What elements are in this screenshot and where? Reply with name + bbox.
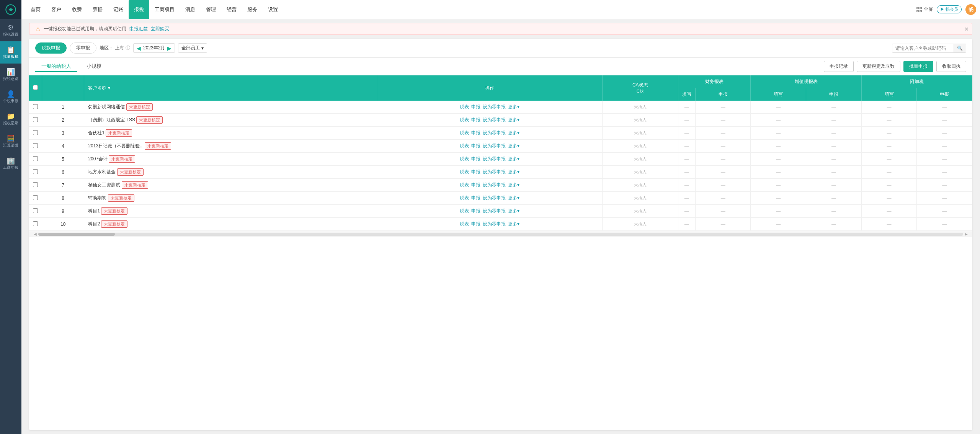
op-link[interactable]: 更多▾ [508, 117, 519, 122]
notice-close-button[interactable]: ✕ [964, 26, 969, 32]
op-link[interactable]: 申报 [471, 221, 480, 227]
nav-item-jizhang[interactable]: 记账 [108, 0, 129, 19]
svg-rect-4 [920, 10, 921, 12]
op-link[interactable]: 设为零申报 [483, 182, 506, 188]
select-all-checkbox[interactable] [33, 85, 38, 90]
scrollbar-thumb[interactable] [38, 233, 115, 236]
sidebar-item-piliangbaoshui[interactable]: 📋 批量报税 [0, 41, 21, 64]
row-checkbox[interactable] [33, 143, 38, 148]
retrieve-button[interactable]: 收取回执 [936, 61, 966, 72]
nav-item-shezhi[interactable]: 设置 [263, 0, 283, 19]
row-checkbox[interactable] [33, 169, 38, 174]
upgrade-button[interactable]: ▶ 畅会员 [937, 5, 962, 13]
op-link[interactable]: 申报 [471, 195, 480, 201]
search-input[interactable] [892, 44, 954, 52]
search-button[interactable]: 🔍 [954, 44, 966, 52]
op-link[interactable]: 设为零申报 [483, 208, 506, 214]
op-link[interactable]: 更多▾ [508, 221, 519, 227]
op-link[interactable]: 税表 [460, 169, 469, 175]
row-checkbox[interactable] [33, 221, 38, 226]
op-link[interactable]: 更多▾ [508, 156, 519, 162]
scroll-left-button[interactable]: ◀ [32, 232, 38, 236]
op-link[interactable]: 税表 [460, 143, 469, 148]
fullscreen-button[interactable]: 全屏 [916, 6, 933, 13]
op-link[interactable]: 更多▾ [508, 104, 519, 109]
op-link[interactable]: 更多▾ [508, 143, 519, 148]
sidebar-item-baoshuizonglan[interactable]: 📊 报税总览 [0, 64, 21, 86]
subtab-general-taxpayer[interactable]: 一般的纳税人 [35, 61, 77, 72]
sidebar-item-baoshuijilu[interactable]: 📁 报税记录 [0, 108, 21, 130]
notice-link2[interactable]: 立即购买 [151, 26, 169, 32]
sidebar-item-huisuanjiqing[interactable]: 🧮 汇算清缴 [0, 130, 21, 152]
scroll-right-button[interactable]: ▶ [963, 232, 969, 236]
op-link[interactable]: 申报 [471, 156, 480, 162]
row-cell: — [917, 153, 972, 166]
calc-icon: 🧮 [7, 135, 15, 142]
dept-selector[interactable]: 全部员工 ▾ [178, 43, 207, 53]
nav-item-guanli[interactable]: 管理 [201, 0, 221, 19]
op-link[interactable]: 税表 [460, 208, 469, 214]
op-link[interactable]: 申报 [471, 143, 480, 148]
tab-shuikuan-shenbao[interactable]: 税款申报 [35, 42, 67, 54]
op-link[interactable]: 更多▾ [508, 182, 519, 188]
op-link[interactable]: 税表 [460, 130, 469, 135]
op-link[interactable]: 申报 [471, 117, 480, 122]
op-link[interactable]: 设为零申报 [483, 221, 506, 227]
op-link[interactable]: 设为零申报 [483, 117, 506, 122]
row-checkbox[interactable] [33, 117, 38, 122]
op-link[interactable]: 税表 [460, 104, 469, 109]
tab-zero-shenbao[interactable]: 零申报 [70, 42, 96, 54]
op-link[interactable]: 更多▾ [508, 208, 519, 214]
row-checkbox[interactable] [33, 104, 38, 109]
op-link[interactable]: 税表 [460, 221, 469, 227]
op-link[interactable]: 设为零申报 [483, 104, 506, 109]
update-button[interactable]: 更新税定及取数 [857, 61, 900, 72]
op-link[interactable]: 申报 [471, 208, 480, 214]
record-button[interactable]: 申报记录 [824, 61, 854, 72]
op-link[interactable]: 更多▾ [508, 130, 519, 135]
op-link[interactable]: 设为零申报 [483, 143, 506, 148]
op-link[interactable]: 设为零申报 [483, 169, 506, 175]
op-link[interactable]: 申报 [471, 130, 480, 135]
op-link[interactable]: 申报 [471, 169, 480, 175]
op-link[interactable]: 更多▾ [508, 195, 519, 201]
nav-item-customer[interactable]: 客户 [46, 0, 67, 19]
nav-item-home[interactable]: 首页 [25, 0, 46, 19]
nav-item-piaoju[interactable]: 票据 [87, 0, 108, 19]
op-link[interactable]: 税表 [460, 182, 469, 188]
avatar[interactable]: 畅 [965, 4, 976, 15]
period-prev-button[interactable]: ◀ [137, 45, 141, 51]
batch-apply-button[interactable]: 批量申报 [903, 61, 933, 72]
op-link[interactable]: 申报 [471, 182, 480, 188]
row-cell: — [806, 114, 862, 127]
subtab-small-scale[interactable]: 小规模 [80, 61, 108, 72]
op-link[interactable]: 设为零申报 [483, 156, 506, 162]
nav-item-baoshui[interactable]: 报税 [129, 0, 149, 19]
op-link[interactable]: 税表 [460, 156, 469, 162]
op-link[interactable]: 税表 [460, 195, 469, 201]
row-checkbox[interactable] [33, 182, 38, 187]
info-icon[interactable]: ⓘ [126, 45, 130, 51]
op-link[interactable]: 设为零申报 [483, 195, 506, 201]
nav-item-xiaoxi[interactable]: 消息 [180, 0, 201, 19]
op-link[interactable]: 申报 [471, 104, 480, 109]
scrollbar-track[interactable] [38, 233, 963, 236]
row-checkbox[interactable] [33, 156, 38, 161]
row-checkbox[interactable] [33, 130, 38, 135]
op-link[interactable]: 税表 [460, 117, 469, 122]
op-link[interactable]: 设为零申报 [483, 130, 506, 135]
notice-link1[interactable]: 申报汇签 [129, 26, 148, 32]
sidebar-item-geshuishenbao[interactable]: 👤 个税申报 [0, 86, 21, 108]
nav-item-fuwu[interactable]: 服务 [242, 0, 263, 19]
th-checkbox[interactable] [29, 75, 42, 101]
sidebar-item-gongshangnianbao[interactable]: 🏢 工商年报 [0, 152, 21, 175]
row-checkbox[interactable] [33, 208, 38, 213]
row-checkbox[interactable] [33, 195, 38, 200]
sort-icon[interactable]: ▾ [108, 85, 110, 91]
nav-item-shoufei[interactable]: 收费 [67, 0, 87, 19]
nav-item-gongshang[interactable]: 工商项目 [149, 0, 180, 19]
op-link[interactable]: 更多▾ [508, 169, 519, 175]
nav-item-jingying[interactable]: 经营 [221, 0, 242, 19]
sidebar-item-baoshuishezhi[interactable]: ⚙ 报税设置 [0, 19, 21, 41]
period-next-button[interactable]: ▶ [167, 45, 172, 51]
